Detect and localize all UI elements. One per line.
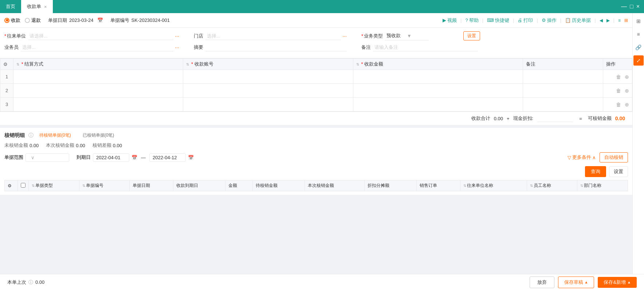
salesperson-input[interactable] [21, 43, 173, 51]
bottom-table-wrap: ⚙ ⇅单据类型 ⇅单据编号 单据日期 收款到期日 金额 待核销 [4, 180, 628, 191]
summary-total-label: 收款合计 [471, 115, 490, 122]
th-settings[interactable]: ⚙ [0, 59, 13, 70]
hxiao-title-text: 核销明细 [4, 132, 25, 139]
sidebar-link-icon[interactable]: 🔗 [633, 42, 644, 52]
row-3-note[interactable] [523, 98, 603, 111]
setting-button[interactable]: 设置 [463, 31, 480, 40]
radio-refund[interactable]: 退款 [25, 17, 41, 24]
salesperson-more-btn[interactable]: ··· [175, 44, 179, 50]
row-3-settlement[interactable] [13, 98, 183, 111]
bth-counterpart: ⇅往来单位名称 [460, 180, 527, 191]
sidebar-expand-icon[interactable]: ⤢ [633, 55, 644, 66]
row-2-amount[interactable] [353, 84, 523, 98]
sep7: | [613, 17, 614, 23]
row-3-copy-icon[interactable]: ⊕ [625, 102, 629, 107]
action-next[interactable]: ▶ [606, 18, 610, 23]
maximize-icon[interactable]: □ [630, 3, 633, 10]
sidebar-table-icon[interactable]: ⊞ [633, 16, 644, 26]
action-video[interactable]: ▶ 视频 [443, 17, 457, 24]
note-input[interactable] [373, 43, 478, 51]
save-draft-button[interactable]: 保存草稿 ▲ [558, 277, 594, 288]
filter-date-from[interactable] [93, 153, 129, 162]
bth-checkbox[interactable] [18, 180, 29, 191]
note-label: 备注 [361, 44, 371, 51]
window-close-icon[interactable]: × [636, 3, 640, 10]
row-1-note[interactable] [523, 70, 603, 84]
action-help[interactable]: ? 帮助 [465, 17, 478, 24]
row-3-delete-icon[interactable]: 🗑 [616, 102, 621, 107]
bth-dept: ⇅部门名称 [577, 180, 628, 191]
main-content: 收款 退款 单据日期 2023-03-24 📅 单据编号 SK-20230324… [0, 13, 644, 274]
hxiao-tab-pending[interactable]: 待核销单据(0笔) [37, 132, 73, 139]
row-1-account[interactable] [183, 70, 353, 84]
business-type-select[interactable]: 预收款 ▼ [385, 31, 429, 40]
nav-tab-close[interactable]: × [44, 4, 47, 9]
row-num-3: 3 [0, 98, 13, 111]
bill-no-label: 单据编号 [110, 17, 129, 24]
row-1-copy-icon[interactable]: ⊕ [625, 74, 629, 80]
action-hotkey[interactable]: ⌨ 快捷键 [487, 17, 509, 24]
bth-due-date: 收款到期日 [173, 180, 225, 191]
filter-range-select[interactable]: ∨ [25, 153, 69, 162]
row-2-settlement[interactable] [13, 84, 183, 98]
filter-date-to[interactable] [149, 153, 186, 162]
stat-uncancelled-val: 0.00 [30, 143, 39, 148]
save-new-button[interactable]: 保存&新增 ▲ [598, 277, 637, 288]
row-2-copy-icon[interactable]: ⊕ [625, 88, 629, 94]
discard-button[interactable]: 放弃 [530, 277, 554, 288]
sort-icon-amount: ⇅ [356, 62, 359, 66]
filter-range-field: 单据范围 ∨ [4, 153, 69, 162]
action-grid-view[interactable]: ⊞ [624, 18, 628, 23]
sort-icon-staff: ⇅ [530, 184, 533, 188]
hxiao-info-icon[interactable]: ⓘ [28, 132, 34, 139]
toolbar: 收款 退款 单据日期 2023-03-24 📅 单据编号 SK-20230324… [0, 13, 632, 28]
print-icon: 🖨 [518, 17, 522, 23]
row-1-settlement[interactable] [13, 70, 183, 84]
sep2: | [482, 17, 483, 23]
row-1-delete-icon[interactable]: 🗑 [616, 74, 621, 80]
cal-to-icon[interactable]: 📅 [188, 155, 194, 160]
action-print[interactable]: 🖨 打印 [518, 17, 533, 24]
hxiao-title-row: 核销明细 ⓘ 待核销单据(0笔) 已核销单据(0笔) [4, 132, 628, 139]
more-conditions-link[interactable]: ▽ 更多条件 ∧ [568, 154, 596, 161]
store-more-btn[interactable]: ··· [342, 33, 347, 39]
minimize-icon[interactable]: — [621, 3, 627, 10]
counterpart-input[interactable] [28, 32, 173, 40]
store-field: 门店 ··· [194, 32, 347, 40]
row-2-account[interactable] [183, 84, 353, 98]
row-3-account[interactable] [183, 98, 353, 111]
radio-receipt[interactable]: 收款 [4, 17, 20, 24]
counterpart-more-btn[interactable]: ··· [175, 33, 179, 39]
action-list-view[interactable]: ≡ [618, 18, 621, 23]
hxiao-setting-button[interactable]: 设置 [609, 166, 628, 177]
summary-discount-input[interactable] [537, 115, 573, 122]
row-3-amount[interactable] [353, 98, 523, 111]
row-2-delete-icon[interactable]: 🗑 [616, 88, 621, 94]
filter-due-field: 到期日 📅 — 📅 [76, 153, 194, 162]
query-button[interactable]: 查询 [585, 166, 606, 177]
select-all-checkbox[interactable] [21, 183, 25, 188]
row-2-note[interactable] [523, 84, 603, 98]
action-history[interactable]: 📋 历史单据 [565, 17, 591, 24]
cal-from-icon[interactable]: 📅 [131, 155, 137, 160]
action-operation-label: 操作 [547, 17, 557, 24]
hxiao-tab-done[interactable]: 已核销单据(0笔) [80, 132, 117, 139]
nav-tab-receipt[interactable]: 收款单 × [21, 0, 53, 13]
footer-info-icon[interactable]: ⓘ [28, 279, 33, 286]
action-operation[interactable]: ⚙ 操作 [542, 17, 557, 24]
summary-input[interactable] [205, 43, 347, 51]
bill-date-calendar-icon[interactable]: 📅 [97, 17, 103, 23]
bth-bill-no: ⇅单据编号 [79, 180, 130, 191]
action-prev[interactable]: ◀ [600, 18, 603, 23]
bth-settings[interactable]: ⚙ [5, 180, 18, 191]
store-input[interactable] [205, 32, 341, 40]
bth-bill-type: ⇅单据类型 [29, 180, 79, 191]
nav-home[interactable]: 首页 [0, 0, 21, 13]
form-row-1: * 往来单位 ··· 门店 ··· * 业务类型 预收款 ▼ 设置 [4, 31, 628, 40]
row-1-amount[interactable] [353, 70, 523, 84]
th-note: 备注 [523, 59, 603, 70]
auto-hxiao-button[interactable]: 自动核销 [600, 152, 628, 162]
bth-staff: ⇅员工名称 [527, 180, 577, 191]
stat-uncancelled-label: 未核销金额 [4, 142, 28, 149]
sidebar-list-icon[interactable]: ≡ [633, 29, 644, 39]
